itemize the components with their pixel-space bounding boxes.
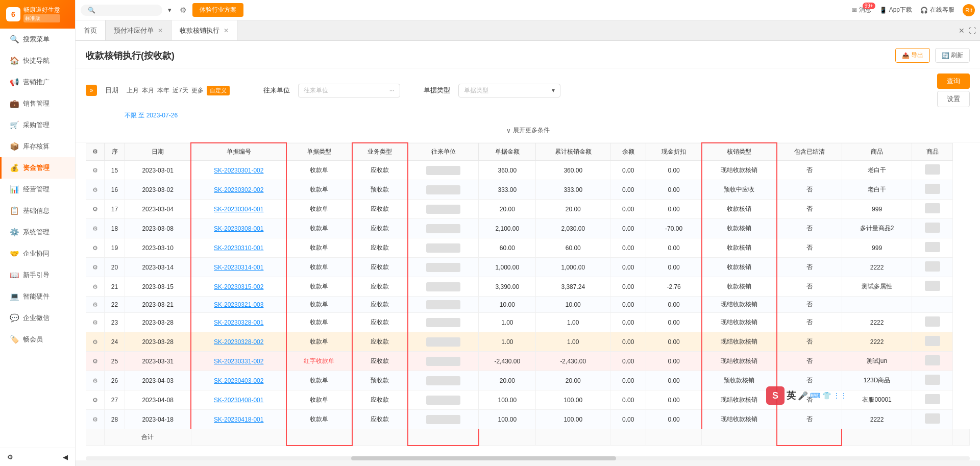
horizontal-scrollbar[interactable] — [86, 456, 970, 460]
sidebar-item-sales[interactable]: 💼销售管理 — [0, 93, 75, 114]
cell-doc_no-row2[interactable]: SK-20230304-001 — [191, 200, 286, 219]
tab-home[interactable]: 首页 — [76, 20, 106, 40]
sidebar-item-hardware[interactable]: 💻智能硬件 — [0, 286, 75, 307]
tab-payable[interactable]: 预付冲应付单✕ — [106, 20, 172, 40]
row-settings-icon[interactable]: ⚙ — [92, 225, 98, 232]
cell-doc_no-row7[interactable]: SK-20230321-003 — [191, 297, 286, 313]
row-settings-icon[interactable]: ⚙ — [92, 416, 98, 423]
doc-no-link[interactable]: SK-20230314-001 — [214, 264, 263, 271]
cell-doc_no-row9[interactable]: SK-20230328-002 — [191, 332, 286, 352]
doc-no-link[interactable]: SK-20230408-001 — [214, 397, 263, 404]
sidebar-item-search[interactable]: 🔍搜索菜单 — [0, 29, 75, 50]
row-settings-icon[interactable]: ⚙ — [92, 206, 98, 213]
row-settings-icon[interactable]: ⚙ — [92, 264, 98, 271]
date-option-more[interactable]: 更多 — [191, 86, 204, 95]
row-settings-icon[interactable]: ⚙ — [92, 319, 98, 326]
table-row[interactable]: ⚙262023-04-03SK-20230403-002收款单预收款██████… — [86, 371, 970, 390]
topbar-dropdown[interactable]: ▾ — [162, 6, 176, 14]
cell-doc_no-row5[interactable]: SK-20230314-001 — [191, 258, 286, 277]
cell-doc_no-row4[interactable]: SK-20230310-001 — [191, 238, 286, 258]
row-settings-icon[interactable]: ⚙ — [92, 358, 98, 365]
doc-no-link[interactable]: SK-20230328-001 — [214, 319, 263, 326]
table-row[interactable]: ⚙212023-03-15SK-20230315-002收款单应收款██████… — [86, 277, 970, 297]
doc-no-link[interactable]: SK-20230302-002 — [214, 186, 263, 193]
table-row[interactable]: ⚙222023-03-21SK-20230321-003收款单应收款██████… — [86, 297, 970, 313]
filter-collapse-btn[interactable]: » — [86, 85, 97, 96]
cell-doc_no-row3[interactable]: SK-20230308-001 — [191, 219, 286, 238]
date-option-7days[interactable]: 近7天 — [173, 86, 188, 95]
doc-no-link[interactable]: SK-20230308-001 — [214, 225, 263, 232]
sidebar-item-quick-nav[interactable]: 🏠快捷导航 — [0, 50, 75, 71]
sidebar-collapse-icon[interactable]: ◀ — [63, 453, 68, 461]
sidebar-item-basic[interactable]: 📋基础信息 — [0, 200, 75, 222]
sidebar-item-marketing[interactable]: 📢营销推广 — [0, 71, 75, 93]
doc-no-link[interactable]: SK-20230310-001 — [214, 244, 263, 252]
export-btn[interactable]: 📤 导出 — [895, 48, 930, 63]
sidebar-settings-icon[interactable]: ⚙ — [7, 453, 13, 461]
row-settings-icon[interactable]: ⚙ — [92, 377, 98, 384]
counterparty-input[interactable]: 往来单位 ··· — [298, 84, 400, 97]
sidebar-item-guide[interactable]: 📖新手引导 — [0, 264, 75, 286]
row-settings-icon[interactable]: ⚙ — [92, 338, 98, 346]
cell-doc_no-row0[interactable]: SK-20230301-002 — [191, 161, 286, 180]
sidebar-item-system[interactable]: ⚙️系统管理 — [0, 222, 75, 243]
sidebar-item-enterprise[interactable]: 🤝企业协同 — [0, 243, 75, 264]
close-tab-icon[interactable]: ✕ — [959, 27, 965, 35]
message-btn[interactable]: ✉ 消息 99+ — [852, 6, 871, 14]
scrollbar-thumb[interactable] — [351, 456, 617, 460]
cell-doc_no-row13[interactable]: SK-20230418-001 — [191, 410, 286, 429]
cell-doc_no-row10[interactable]: SK-20230331-002 — [191, 352, 286, 371]
table-row[interactable]: ⚙172023-03-04SK-20230304-001收款单应收款██████… — [86, 200, 970, 219]
doc-no-link[interactable]: SK-20230304-001 — [214, 206, 263, 213]
table-row[interactable]: ⚙152023-03-01SK-20230301-002收款单应收款██████… — [86, 161, 970, 180]
tab-collection[interactable]: 收款核销执行✕ — [172, 20, 237, 40]
table-row[interactable]: ⚙272023-04-08SK-20230408-001收款单应收款██████… — [86, 390, 970, 410]
table-row[interactable]: ⚙252023-03-31SK-20230331-002红字收款单应收款████… — [86, 352, 970, 371]
settings-btn[interactable]: 设置 — [937, 91, 970, 107]
cell-doc_no-row6[interactable]: SK-20230315-002 — [191, 277, 286, 297]
date-option-this-year[interactable]: 本年 — [157, 86, 169, 95]
cell-doc_no-row11[interactable]: SK-20230403-002 — [191, 371, 286, 390]
date-option-this-month[interactable]: 本月 — [142, 86, 154, 95]
row-settings-icon[interactable]: ⚙ — [92, 186, 98, 193]
table-row[interactable]: ⚙282023-04-18SK-20230418-001收款单应收款██████… — [86, 410, 970, 429]
row-settings-icon[interactable]: ⚙ — [92, 283, 98, 290]
date-custom-btn[interactable]: 自定义 — [207, 86, 230, 95]
sidebar-item-finance[interactable]: 💰资金管理 — [0, 157, 75, 179]
app-download-btn[interactable]: 📱 App下载 — [879, 6, 912, 14]
industry-btn[interactable]: 体验行业方案 — [192, 3, 243, 17]
online-service-btn[interactable]: 🎧 在线客服 — [920, 6, 954, 14]
cell-doc_no-row1[interactable]: SK-20230302-002 — [191, 180, 286, 200]
tab-close-payable[interactable]: ✕ — [158, 27, 163, 34]
table-row[interactable]: ⚙192023-03-10SK-20230310-001收款单应收款██████… — [86, 238, 970, 258]
doc-no-link[interactable]: SK-20230328-002 — [214, 338, 263, 346]
sidebar-item-inventory[interactable]: 📦库存核算 — [0, 136, 75, 157]
row-settings-icon[interactable]: ⚙ — [92, 301, 98, 308]
doc-no-link[interactable]: SK-20230315-002 — [214, 283, 263, 290]
sidebar-item-wechat[interactable]: 💬企业微信 — [0, 307, 75, 329]
doc-no-link[interactable]: SK-20230403-002 — [214, 377, 263, 384]
sidebar-item-operations[interactable]: 📊经营管理 — [0, 179, 75, 200]
doc-type-select[interactable]: 单据类型 ▾ — [458, 84, 560, 97]
refresh-btn[interactable]: 🔄 刷新 — [935, 48, 970, 63]
row-settings-icon[interactable]: ⚙ — [92, 167, 98, 174]
doc-no-link[interactable]: SK-20230418-001 — [214, 416, 263, 423]
expand-conditions-btn[interactable]: ∨ 展开更多条件 — [86, 124, 970, 137]
topbar-gear-icon[interactable]: ⚙ — [176, 6, 190, 15]
maximize-icon[interactable]: ⛶ — [969, 27, 976, 35]
table-row[interactable]: ⚙182023-03-08SK-20230308-001收款单应收款██████… — [86, 219, 970, 238]
table-row[interactable]: ⚙242023-03-28SK-20230328-002收款单应收款██████… — [86, 332, 970, 352]
row-settings-icon[interactable]: ⚙ — [92, 397, 98, 404]
cell-doc_no-row8[interactable]: SK-20230328-001 — [191, 313, 286, 332]
cell-doc_no-row12[interactable]: SK-20230408-001 — [191, 390, 286, 410]
query-btn[interactable]: 查询 — [937, 73, 970, 89]
topbar-search[interactable]: 🔍 — [81, 5, 162, 16]
date-option-last-month[interactable]: 上月 — [127, 86, 139, 95]
sidebar-item-purchase[interactable]: 🛒采购管理 — [0, 114, 75, 136]
doc-no-link[interactable]: SK-20230321-003 — [214, 301, 263, 308]
sidebar-item-member[interactable]: 🏷️畅会员 — [0, 329, 75, 350]
user-avatar[interactable]: Rit — [963, 4, 975, 16]
doc-no-link[interactable]: SK-20230331-002 — [214, 358, 263, 365]
table-row[interactable]: ⚙232023-03-28SK-20230328-001收款单应收款██████… — [86, 313, 970, 332]
table-row[interactable]: ⚙202023-03-14SK-20230314-001收款单应收款██████… — [86, 258, 970, 277]
